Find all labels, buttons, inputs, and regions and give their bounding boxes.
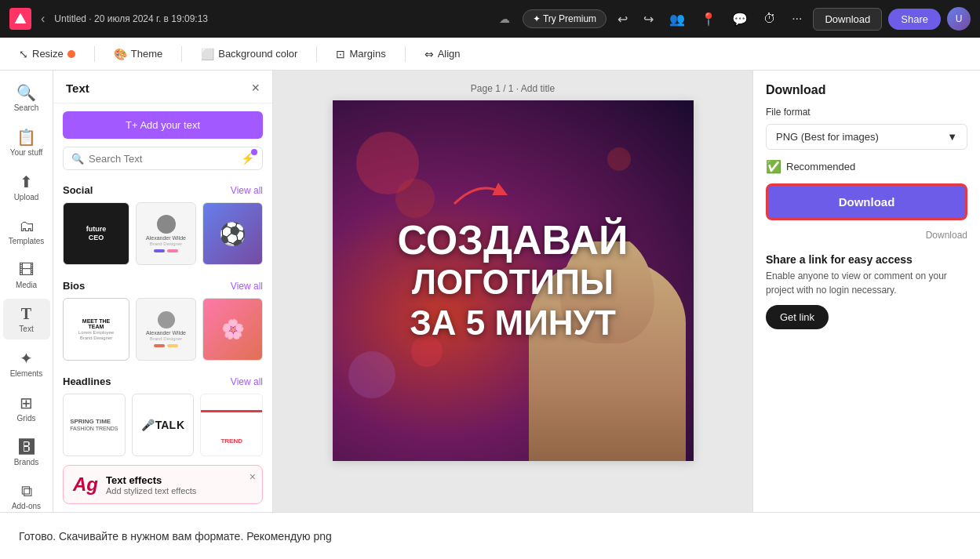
grids-icon: ⊞ bbox=[20, 394, 33, 412]
sidebar-item-upload[interactable]: ⬆ Upload bbox=[3, 166, 50, 208]
undo-button[interactable]: ↩ bbox=[613, 9, 632, 30]
align-button[interactable]: ⇔ Align bbox=[418, 45, 467, 64]
headlines-thumb-2[interactable]: 🎤TALK bbox=[132, 394, 195, 456]
share-section-title: Share a link for easy access bbox=[766, 253, 967, 266]
canvas-sub-text2: ЗА 5 МИНУТ bbox=[410, 304, 616, 342]
search-text-icon: 🔍 bbox=[71, 153, 84, 165]
file-format-select[interactable]: PNG (Best for images) ▼ bbox=[766, 124, 967, 150]
main-layout: 🔍 Search 📋 Your stuff ⬆ Upload 🗂 Templat… bbox=[0, 71, 980, 512]
bios-view-all[interactable]: View all bbox=[231, 281, 263, 292]
canvas-sub-text1: ЛОГОТИПЫ bbox=[412, 263, 614, 301]
headlines-thumb-3[interactable]: TREND bbox=[200, 394, 263, 456]
bios-thumb-1[interactable]: MEET THETEAM Lorem EmployeeBrand Designe… bbox=[63, 298, 129, 361]
theme-button[interactable]: 🎨 Theme bbox=[107, 45, 169, 64]
resize-button[interactable]: ⤡ Resize bbox=[13, 45, 82, 64]
social-section-header: Social View all bbox=[63, 184, 263, 196]
app-logo[interactable] bbox=[9, 8, 31, 30]
canvas-wrapper[interactable]: СОЗДАВАЙ ЛОГОТИПЫ ЗА 5 МИНУТ bbox=[333, 100, 694, 461]
share-top-button[interactable]: Share bbox=[888, 9, 941, 30]
sidebar-item-grids[interactable]: ⊞ Grids bbox=[3, 387, 50, 429]
headlines-thumb-1[interactable]: SPRING TIME FASHION TRENDS bbox=[63, 394, 126, 456]
bios-section-title: Bios bbox=[63, 280, 85, 292]
bottom-caption: Готово. Скачивайте в нужном вам формате.… bbox=[0, 512, 980, 559]
more-button[interactable]: ··· bbox=[787, 9, 807, 29]
effects-close-button[interactable]: × bbox=[250, 470, 256, 483]
social-thumb-1[interactable]: futureCEO bbox=[63, 202, 129, 265]
search-text-input[interactable] bbox=[89, 153, 236, 165]
bg-color-icon: ⬜ bbox=[201, 48, 214, 60]
sidebar-item-media[interactable]: 🎞 Media bbox=[3, 255, 50, 296]
social-view-all[interactable]: View all bbox=[231, 185, 263, 196]
recommended-row: ✅ Recommended bbox=[766, 159, 967, 174]
headlines-section-title: Headlines bbox=[63, 376, 111, 387]
try-premium-button[interactable]: ✦ Try Premium bbox=[523, 9, 607, 28]
resize-badge bbox=[67, 50, 75, 58]
location-button[interactable]: 📍 bbox=[696, 9, 721, 30]
topbar: ‹ Untitled · 20 июля 2024 г. в 19:09:13 … bbox=[0, 0, 980, 38]
toolbar-divider4 bbox=[405, 46, 406, 62]
upload-icon: ⬆ bbox=[20, 172, 33, 191]
toolbar-divider3 bbox=[316, 46, 317, 62]
add-text-button[interactable]: T+ Add your text bbox=[63, 111, 263, 139]
canvas-main-text: СОЗДАВАЙ bbox=[398, 220, 628, 260]
page-label: Page 1 / 1 · Add title bbox=[471, 83, 555, 94]
text-panel-close-button[interactable]: × bbox=[251, 80, 260, 96]
canvas-content: СОЗДАВАЙ ЛОГОТИПЫ ЗА 5 МИНУТ bbox=[333, 100, 694, 461]
secondary-toolbar: ⤡ Resize 🎨 Theme ⬜ Background color ⊡ Ma… bbox=[0, 38, 980, 71]
social-thumbnails: futureCEO Alexander WildeBrand Designer … bbox=[63, 202, 263, 265]
sidebar-item-templates[interactable]: 🗂 Templates bbox=[3, 211, 50, 252]
back-button[interactable]: ‹ bbox=[38, 9, 48, 29]
headlines-view-all[interactable]: View all bbox=[231, 376, 263, 387]
avatar[interactable]: U bbox=[947, 7, 971, 31]
sidebar-icons: 🔍 Search 📋 Your stuff ⬆ Upload 🗂 Templat… bbox=[0, 71, 53, 512]
social-thumb-2[interactable]: Alexander WildeBrand Designer bbox=[136, 202, 196, 265]
recommended-label: Recommended bbox=[786, 161, 855, 172]
media-icon: 🎞 bbox=[19, 261, 35, 279]
timer-button[interactable]: ⏱ bbox=[759, 9, 781, 29]
bios-section: Bios View all MEET THETEAM Lorem Employe… bbox=[53, 274, 272, 369]
get-link-button[interactable]: Get link bbox=[766, 305, 829, 329]
effects-ag-letter: Ag bbox=[73, 474, 98, 495]
resize-icon: ⤡ bbox=[19, 48, 28, 60]
headlines-section: Headlines View all SPRING TIME FASHION T… bbox=[53, 369, 272, 465]
social-thumb-3[interactable]: ⚽ bbox=[202, 202, 263, 265]
sidebar-item-elements[interactable]: ✦ Elements bbox=[3, 343, 50, 384]
file-format-value: PNG (Best for images) bbox=[776, 131, 879, 143]
toolbar-divider bbox=[94, 46, 95, 62]
filter-icon[interactable]: ⚡ bbox=[241, 152, 254, 165]
sidebar-item-add-ons[interactable]: ⧉ Add-ons bbox=[3, 476, 50, 517]
bios-thumbnails: MEET THETEAM Lorem EmployeeBrand Designe… bbox=[63, 298, 263, 361]
download-top-button[interactable]: Download bbox=[813, 8, 882, 31]
elements-icon: ✦ bbox=[20, 349, 33, 368]
topbar-actions: ↩ ↪ 👥 📍 💬 ⏱ ··· Download Share U bbox=[613, 7, 971, 31]
bottom-caption-text: Готово. Скачивайте в нужном вам формате.… bbox=[19, 530, 332, 543]
sidebar-item-search[interactable]: 🔍 Search bbox=[3, 77, 50, 118]
redo-button[interactable]: ↪ bbox=[639, 9, 658, 30]
sidebar-item-your-stuff[interactable]: 📋 Your stuff bbox=[3, 122, 50, 163]
download-panel: Download File format PNG (Best for image… bbox=[752, 71, 980, 512]
brands-icon: 🅱 bbox=[19, 438, 35, 456]
download-main-button[interactable]: Download bbox=[766, 183, 967, 220]
bios-thumb-3[interactable]: 🌸 bbox=[202, 298, 263, 361]
comment-button[interactable]: 💬 bbox=[727, 9, 752, 30]
align-icon: ⇔ bbox=[424, 48, 434, 60]
cloud-sync-icon: ☁ bbox=[499, 13, 510, 25]
bokeh-2 bbox=[395, 179, 435, 218]
share-section: Share a link for easy access Enable anyo… bbox=[766, 253, 967, 329]
effects-text: Text effects Add stylized text effects bbox=[106, 474, 196, 495]
bios-thumb-2[interactable]: Alexander WildeBrand Designer bbox=[136, 298, 196, 361]
search-icon: 🔍 bbox=[16, 83, 36, 102]
bg-color-button[interactable]: ⬜ Background color bbox=[195, 45, 304, 64]
text-panel-title: Text bbox=[66, 82, 89, 95]
sidebar-item-brands[interactable]: 🅱 Brands bbox=[3, 432, 50, 473]
collab-button[interactable]: 👥 bbox=[665, 9, 690, 30]
text-effects-banner: × Ag Text effects Add stylized text effe… bbox=[63, 465, 263, 504]
margins-button[interactable]: ⊡ Margins bbox=[330, 45, 392, 64]
sidebar-item-text[interactable]: T Text bbox=[3, 299, 50, 339]
svg-marker-0 bbox=[15, 13, 27, 24]
canvas-area[interactable]: Page 1 / 1 · Add title СОЗДАВАЙ ЛОГОТИПЫ… bbox=[273, 71, 752, 512]
effects-title: Text effects bbox=[106, 474, 196, 486]
file-format-label: File format bbox=[766, 107, 967, 118]
search-text-box: 🔍 ⚡ bbox=[63, 147, 263, 170]
effects-subtitle: Add stylized text effects bbox=[106, 486, 196, 495]
